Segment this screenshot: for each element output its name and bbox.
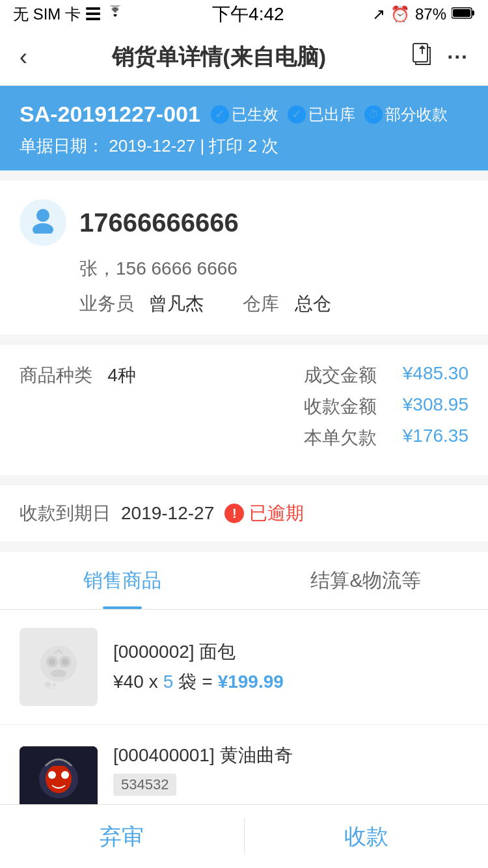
customer-top: 17666666666 bbox=[20, 199, 468, 246]
due-date-label: 收款到期日 bbox=[20, 501, 111, 526]
product-thumb-1: 鱼+ bbox=[20, 628, 98, 706]
product-types-value: 4种 bbox=[107, 365, 136, 385]
product-item: 鱼+ [0000002] 面包 ¥40 x 5 袋 = ¥199.99 bbox=[0, 610, 488, 725]
svg-point-9 bbox=[49, 658, 55, 665]
order-badges: ✓ 已生效 ✓ 已出库 ⏱ 部分收款 bbox=[211, 104, 448, 125]
collect-button[interactable]: 收款 bbox=[245, 805, 489, 868]
badge-shipped-label: 已出库 bbox=[308, 104, 355, 125]
status-bar: 无 SIM 卡 ☰ 下午4:42 ↗ ⏰ 87% bbox=[0, 0, 488, 29]
product-name-1: [0000002] 面包 bbox=[113, 640, 468, 664]
summary-row-owed: 本单欠款 ¥176.35 bbox=[304, 426, 468, 450]
back-button[interactable]: ‹ bbox=[20, 44, 27, 71]
overdue-dot-icon: ! bbox=[224, 504, 244, 523]
owed-value: ¥176.35 bbox=[403, 426, 468, 450]
customer-meta: 业务员 曾凡杰 仓库 总仓 bbox=[79, 292, 468, 316]
svg-point-16 bbox=[48, 771, 56, 779]
order-header: SA-20191227-001 ✓ 已生效 ✓ 已出库 ⏱ 部分收款 bbox=[0, 86, 488, 170]
share-button[interactable] bbox=[411, 42, 434, 72]
price-total-1: ¥199.99 bbox=[218, 671, 284, 692]
cancel-button[interactable]: 弃审 bbox=[0, 805, 244, 868]
salesman-label: 业务员 bbox=[79, 293, 134, 314]
product-code-1: [0000002] bbox=[113, 642, 195, 662]
tab-products-label: 销售商品 bbox=[83, 567, 161, 594]
cancel-label: 弃审 bbox=[100, 822, 144, 852]
sim-indicator: 无 SIM 卡 ☰ bbox=[13, 4, 101, 25]
price-unit-1: 袋 bbox=[178, 670, 197, 694]
status-left: 无 SIM 卡 ☰ bbox=[13, 4, 124, 25]
product-name-2: [000400001] 黄油曲奇 bbox=[113, 743, 468, 768]
tabs-section: 销售商品 结算&物流等 bbox=[0, 552, 488, 610]
badge-active-label: 已生效 bbox=[232, 104, 278, 125]
received-value: ¥308.95 bbox=[403, 394, 468, 419]
svg-text:鱼+: 鱼+ bbox=[44, 681, 57, 690]
summary-row-received: 收款金额 ¥308.95 bbox=[304, 394, 468, 419]
order-meta-date-label: 单据日期： bbox=[20, 136, 104, 156]
nav-bar: ‹ 销货单详情(来自电脑) ··· bbox=[0, 29, 488, 86]
received-label: 收款金额 bbox=[304, 394, 377, 419]
svg-point-11 bbox=[51, 670, 66, 677]
transaction-label: 成交金额 bbox=[304, 363, 377, 388]
product-sku-2: 534532 bbox=[113, 774, 176, 796]
tab-products[interactable]: 销售商品 bbox=[0, 552, 244, 609]
svg-point-10 bbox=[62, 658, 68, 665]
badge-shipped: ✓ 已出库 bbox=[288, 104, 355, 125]
price-x-1: x bbox=[149, 671, 158, 692]
status-time: 下午4:42 bbox=[212, 2, 284, 27]
location-icon: ↗ bbox=[372, 5, 385, 23]
check-icon-shipped: ✓ bbox=[288, 105, 306, 124]
collect-label: 收款 bbox=[344, 822, 388, 852]
product-info-1: [0000002] 面包 ¥40 x 5 袋 = ¥199.99 bbox=[113, 640, 468, 694]
svg-rect-1 bbox=[472, 10, 474, 16]
order-print-unit: 次 bbox=[262, 136, 278, 156]
svg-point-15 bbox=[46, 765, 72, 793]
warehouse-section: 仓库 总仓 bbox=[243, 292, 331, 316]
status-right: ↗ ⏰ 87% bbox=[372, 5, 475, 23]
tab-settlement[interactable]: 结算&物流等 bbox=[244, 552, 488, 609]
customer-section: 17666666666 张，156 6666 6666 业务员 曾凡杰 仓库 总… bbox=[0, 181, 488, 334]
summary-row-transaction: 成交金额 ¥485.30 bbox=[304, 363, 468, 388]
page-title: 销货单详情(来自电脑) bbox=[112, 42, 326, 72]
summary-right: 成交金额 ¥485.30 收款金额 ¥308.95 本单欠款 ¥176.35 bbox=[304, 363, 468, 457]
product-title-2: 黄油曲奇 bbox=[220, 745, 293, 765]
salesman-section: 业务员 曾凡杰 bbox=[79, 292, 204, 316]
transaction-value: ¥485.30 bbox=[403, 363, 468, 388]
product-title-1: 面包 bbox=[199, 642, 236, 662]
price-qty-1: 5 bbox=[163, 671, 174, 692]
svg-rect-3 bbox=[413, 44, 427, 62]
avatar-icon bbox=[29, 205, 57, 240]
badge-active: ✓ 已生效 bbox=[211, 104, 278, 125]
bottom-bar: 弃审 收款 bbox=[0, 804, 488, 868]
price-eq-1: = bbox=[202, 671, 212, 692]
svg-point-17 bbox=[61, 771, 69, 779]
wifi-icon bbox=[106, 5, 124, 23]
battery-percentage: 87% bbox=[415, 5, 446, 23]
warehouse-label: 仓库 bbox=[243, 293, 279, 314]
customer-sub-name: 张，156 6666 6666 bbox=[79, 256, 468, 281]
owed-label: 本单欠款 bbox=[304, 426, 377, 450]
nav-actions: ··· bbox=[411, 42, 468, 72]
order-id: SA-20191227-001 bbox=[20, 102, 200, 127]
summary-left: 商品种类 4种 bbox=[20, 363, 136, 388]
order-print-count: 2 bbox=[248, 136, 257, 156]
salesman-value: 曾凡杰 bbox=[149, 293, 204, 314]
product-code-2: [000400001] bbox=[113, 745, 215, 765]
avatar bbox=[20, 199, 66, 246]
summary-section: 商品种类 4种 成交金额 ¥485.30 收款金额 ¥308.95 本单欠款 ¥… bbox=[0, 345, 488, 475]
price-base-1: ¥40 bbox=[113, 671, 144, 692]
order-meta-date: 2019-12-27 bbox=[109, 136, 195, 156]
alarm-icon: ⏰ bbox=[390, 5, 410, 23]
order-meta: 单据日期： 2019-12-27 | 打印 2 次 bbox=[20, 135, 468, 157]
badge-partial-label: 部分收款 bbox=[385, 104, 448, 125]
battery-icon bbox=[452, 5, 475, 23]
customer-account-id: 17666666666 bbox=[79, 208, 239, 237]
svg-rect-2 bbox=[453, 9, 470, 17]
due-date-section: 收款到期日 2019-12-27 ! 已逾期 bbox=[0, 485, 488, 541]
tabs: 销售商品 结算&物流等 bbox=[0, 552, 488, 609]
overdue-text: 已逾期 bbox=[249, 501, 304, 526]
due-date-value: 2019-12-27 bbox=[121, 503, 214, 524]
more-button[interactable]: ··· bbox=[447, 45, 468, 69]
warehouse-value: 总仓 bbox=[295, 293, 331, 314]
svg-point-4 bbox=[36, 209, 49, 222]
svg-point-5 bbox=[33, 223, 53, 234]
order-meta-separator: | 打印 bbox=[200, 136, 247, 156]
